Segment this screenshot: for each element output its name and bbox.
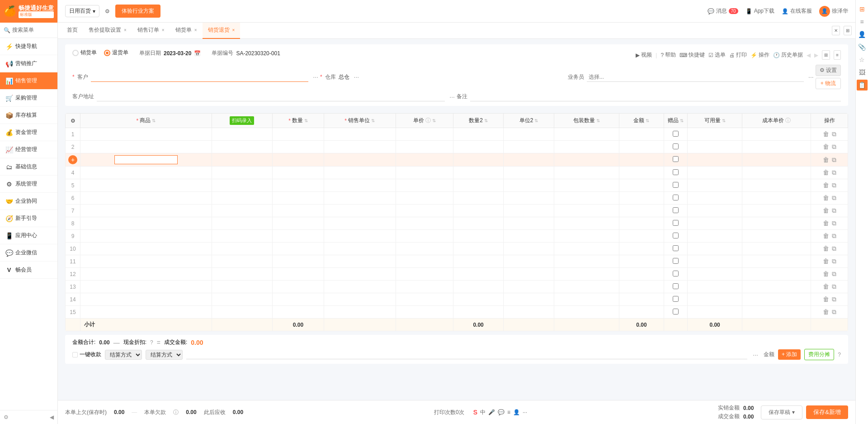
messages-button[interactable]: 💬 消息 70	[708, 7, 738, 15]
gift-checkbox[interactable]	[673, 143, 679, 149]
copy-row-icon[interactable]: ⧉	[832, 257, 836, 265]
delete-row-icon[interactable]: 🗑	[823, 143, 829, 151]
gift-checkbox[interactable]	[673, 169, 679, 175]
sidebar-item-quick-nav[interactable]: ⚡ 快捷导航	[0, 38, 57, 55]
sort-packqty-icon[interactable]: ⇅	[596, 118, 600, 123]
gift-checkbox[interactable]	[673, 309, 679, 314]
radio-return[interactable]: 退货单	[104, 49, 128, 57]
gift-checkbox[interactable]	[673, 131, 679, 137]
delete-row-icon[interactable]: 🗑	[823, 257, 829, 265]
copy-row-icon[interactable]: ⧉	[832, 156, 836, 164]
costprice-info-icon[interactable]: ⓘ	[785, 117, 791, 124]
footer-icon-zhong[interactable]: 中	[480, 409, 486, 416]
sidebar-item-inventory[interactable]: 📦 库存核算	[0, 107, 57, 124]
delete-row-icon[interactable]: 🗑	[823, 156, 829, 164]
gift-checkbox[interactable]	[673, 271, 679, 276]
sidebar-item-marketing[interactable]: 📢 营销推广	[0, 55, 57, 72]
video-btn[interactable]: ▶ 视频	[636, 51, 652, 59]
close-tab-price[interactable]: ×	[124, 28, 127, 33]
delete-row-icon[interactable]: 🗑	[823, 194, 829, 202]
sidebar-item-operations[interactable]: 📈 经营管理	[0, 141, 57, 158]
sidebar-item-purchase[interactable]: 🛒 采购管理	[0, 90, 57, 107]
tab-price-settings[interactable]: 售价提取设置 ×	[83, 23, 132, 39]
gift-checkbox[interactable]	[673, 296, 679, 302]
th-gear[interactable]: ⚙	[66, 114, 80, 128]
delete-row-icon[interactable]: 🗑	[823, 207, 829, 214]
single-debt-info[interactable]: ⓘ	[173, 409, 179, 416]
warehouse-dots-btn[interactable]: ···	[352, 73, 361, 81]
tab-sales-delivery[interactable]: 销货单 ×	[170, 23, 203, 39]
footer-icon-more[interactable]: ···	[523, 409, 527, 415]
operate-btn[interactable]: ⚡ 操作	[750, 51, 769, 59]
header-settings-icon[interactable]: ⚙	[103, 6, 112, 16]
gift-checkbox[interactable]	[673, 195, 679, 200]
staff-dots-btn[interactable]: ···	[807, 73, 816, 81]
delete-row-icon[interactable]: 🗑	[823, 130, 829, 138]
close-tab-sales-delivery[interactable]: ×	[194, 28, 197, 33]
sidebar-item-wechat[interactable]: 💬 企业微信	[0, 244, 57, 262]
sidebar-search[interactable]: 🔍 搜索菜单	[0, 23, 57, 38]
user-menu[interactable]: 👤 徐泽华	[819, 6, 848, 17]
copy-row-icon[interactable]: ⧉	[832, 219, 836, 227]
address-input[interactable]	[97, 92, 445, 101]
delete-row-icon[interactable]: 🗑	[823, 169, 829, 176]
copy-row-icon[interactable]: ⧉	[832, 270, 836, 278]
delete-row-icon[interactable]: 🗑	[823, 308, 829, 316]
radio-sales[interactable]: 销货单	[72, 49, 97, 57]
online-service-button[interactable]: 👤 在线客服	[782, 7, 812, 15]
sidebar-item-appcenter[interactable]: 📱 应用中心	[0, 227, 57, 244]
doc-settings-btn[interactable]: ⚙ 设置	[816, 65, 841, 76]
view-list-btn[interactable]: ≡	[834, 50, 841, 60]
tab-home[interactable]: 首页	[61, 23, 83, 39]
right-sidebar-contact-btn[interactable]: 👤	[857, 29, 868, 40]
split-fee-btn[interactable]: 费用分摊	[804, 349, 834, 360]
split-question-icon[interactable]: ?	[838, 352, 841, 358]
delete-row-icon[interactable]: 🗑	[823, 219, 829, 227]
close-tab-sales-order[interactable]: ×	[162, 28, 165, 33]
save-draft-button[interactable]: 保存草稿 ▾	[761, 405, 802, 419]
sidebar-item-vip[interactable]: V 畅会员	[0, 262, 57, 279]
copy-row-icon[interactable]: ⧉	[832, 207, 836, 214]
help-btn[interactable]: ? 帮助	[660, 51, 676, 59]
delete-row-icon[interactable]: 🗑	[823, 270, 829, 278]
calendar-icon[interactable]: 📅	[194, 50, 201, 57]
sort-unit2-icon[interactable]: ⇅	[534, 118, 538, 123]
sidebar-item-finance[interactable]: 💰 资金管理	[0, 124, 57, 141]
tabs-grid-view[interactable]: ⊞	[844, 26, 852, 35]
delete-row-icon[interactable]: 🗑	[823, 295, 829, 303]
sidebar-item-system[interactable]: ⚙ 系统管理	[0, 176, 57, 193]
payment-method-select2[interactable]: 结算方式	[146, 350, 183, 360]
gift-checkbox[interactable]	[673, 258, 679, 264]
delete-row-icon[interactable]: 🗑	[823, 245, 829, 252]
remark-input[interactable]	[470, 92, 841, 101]
gift-checkbox[interactable]	[673, 283, 679, 289]
product-input[interactable]	[114, 155, 178, 164]
sidebar-item-basic[interactable]: 🗂 基础信息	[0, 158, 57, 176]
copy-row-icon[interactable]: ⧉	[832, 295, 836, 303]
copy-row-icon[interactable]: ⧉	[832, 283, 836, 291]
sort-available-icon[interactable]: ⇅	[722, 118, 726, 123]
tab-sales-return[interactable]: 销货退货 ×	[203, 23, 241, 39]
account-input[interactable]	[186, 350, 747, 359]
footer-icon-mic[interactable]: 🎤	[488, 409, 495, 415]
gift-checkbox[interactable]	[673, 156, 679, 162]
payment-method-select[interactable]: 结算方式	[105, 350, 142, 360]
sort-gift-icon[interactable]: ⇅	[680, 118, 684, 123]
collapse-icon[interactable]: ◀	[50, 414, 54, 420]
th-barcode[interactable]: 扫码录入	[212, 114, 273, 128]
close-all-tabs[interactable]: ✕	[832, 26, 840, 35]
sort-unit-icon[interactable]: ⇅	[371, 118, 375, 123]
customer-dots-btn[interactable]: ···	[311, 73, 320, 81]
right-sidebar-star-btn[interactable]: ☆	[857, 54, 868, 65]
sort-product-icon[interactable]: ⇅	[152, 118, 156, 123]
trial-button[interactable]: 体验行业方案	[115, 5, 160, 18]
right-sidebar-grid-btn[interactable]: ⊞	[857, 4, 868, 14]
staff-input[interactable]	[587, 72, 804, 82]
add-fee-btn[interactable]: + 添加	[778, 349, 801, 360]
scan-btn[interactable]: 扫码录入	[230, 116, 254, 125]
gift-checkbox[interactable]	[673, 245, 679, 251]
save-new-button[interactable]: 保存&新增	[806, 405, 848, 419]
sort-qty-icon[interactable]: ⇅	[304, 118, 308, 123]
sort-price-icon[interactable]: ⇅	[432, 118, 436, 123]
delete-row-icon[interactable]: 🗑	[823, 283, 829, 291]
